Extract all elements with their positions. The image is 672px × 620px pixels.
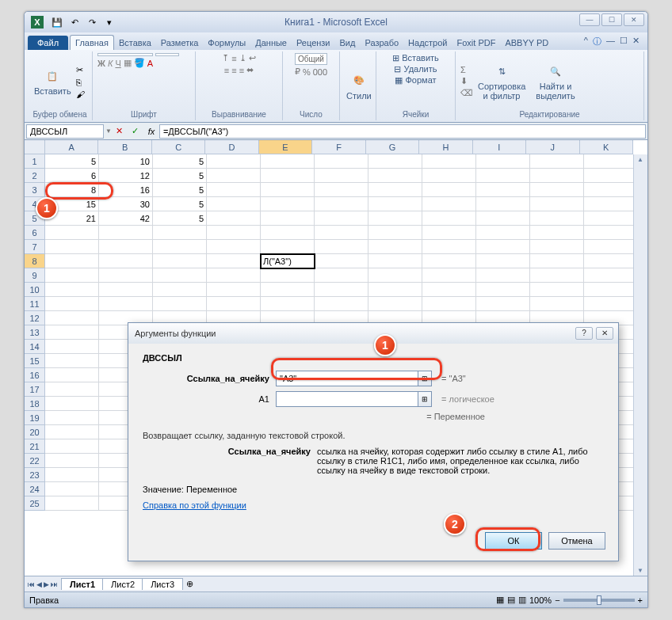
cell[interactable]: [368, 154, 422, 169]
cells-format[interactable]: ▦ Формат: [395, 75, 436, 86]
align-middle-icon[interactable]: ≡: [231, 54, 236, 63]
cell[interactable]: [368, 254, 422, 268]
font-color-icon[interactable]: A: [147, 59, 153, 68]
accept-formula-icon[interactable]: ✓: [128, 124, 143, 139]
cell[interactable]: [45, 268, 99, 283]
cell[interactable]: [476, 183, 530, 197]
cell[interactable]: [584, 240, 638, 254]
cell[interactable]: [45, 297, 99, 311]
cell[interactable]: [315, 268, 368, 283]
cell[interactable]: [530, 169, 584, 183]
cell[interactable]: [99, 240, 153, 254]
cell[interactable]: [207, 183, 261, 197]
cell[interactable]: [207, 169, 261, 183]
cell[interactable]: 12: [99, 169, 153, 183]
cell[interactable]: [261, 169, 315, 183]
cell[interactable]: [45, 340, 99, 354]
cell[interactable]: [45, 425, 99, 439]
cell[interactable]: [261, 197, 315, 211]
cell[interactable]: [476, 297, 530, 311]
maximize-button[interactable]: ☐: [601, 13, 622, 26]
cell[interactable]: [422, 154, 476, 169]
view-layout-icon[interactable]: ▤: [507, 595, 515, 605]
align-top-icon[interactable]: ⤒: [222, 53, 229, 63]
cell[interactable]: [422, 197, 476, 211]
cell[interactable]: [315, 240, 368, 254]
cell[interactable]: [207, 268, 261, 283]
sheet-nav-first-icon[interactable]: ⏮: [28, 580, 35, 588]
row-header[interactable]: 7: [25, 240, 45, 254]
cell[interactable]: [45, 496, 99, 511]
cell[interactable]: [584, 211, 638, 226]
row-header[interactable]: 23: [25, 468, 45, 482]
comma-icon[interactable]: 000: [313, 67, 327, 77]
cell[interactable]: [530, 283, 584, 297]
fill-icon[interactable]: ⬇: [460, 76, 473, 86]
cell[interactable]: [315, 226, 368, 240]
tab-view[interactable]: Вид: [335, 36, 361, 50]
cell[interactable]: [584, 197, 638, 211]
cell[interactable]: [153, 297, 207, 311]
row-header[interactable]: 9: [25, 268, 45, 283]
cell[interactable]: [45, 311, 99, 325]
cell[interactable]: 21: [45, 211, 99, 226]
row-header[interactable]: 22: [25, 454, 45, 468]
tab-review[interactable]: Рецензи: [292, 36, 335, 50]
cell[interactable]: [422, 183, 476, 197]
cell[interactable]: [368, 226, 422, 240]
file-tab[interactable]: Файл: [28, 36, 68, 50]
tab-insert[interactable]: Вставка: [114, 36, 156, 50]
cell[interactable]: [207, 283, 261, 297]
qat-dropdown-icon[interactable]: ▾: [102, 15, 116, 29]
cells-delete[interactable]: ⊟ Удалить: [394, 64, 437, 74]
cell[interactable]: [368, 183, 422, 197]
cell[interactable]: [45, 240, 99, 254]
bold-icon[interactable]: Ж: [97, 59, 105, 68]
align-left-icon[interactable]: ≡: [224, 66, 229, 75]
cell[interactable]: [207, 197, 261, 211]
cell[interactable]: [45, 382, 99, 397]
cell[interactable]: [261, 211, 315, 226]
percent-icon[interactable]: %: [303, 67, 311, 77]
format-painter-icon[interactable]: 🖌: [76, 89, 85, 99]
workbook-minimize-icon[interactable]: —: [606, 36, 615, 48]
cell[interactable]: 8: [45, 183, 99, 197]
cancel-formula-icon[interactable]: ✕: [112, 124, 128, 139]
arg1-input[interactable]: [276, 371, 418, 386]
row-header[interactable]: 21: [25, 439, 45, 454]
row-header[interactable]: 1: [25, 154, 45, 169]
cell[interactable]: [422, 240, 476, 254]
column-header[interactable]: E: [259, 140, 312, 154]
cell[interactable]: 16: [99, 183, 153, 197]
column-header[interactable]: B: [98, 140, 151, 154]
cell[interactable]: 10: [99, 154, 153, 169]
column-header[interactable]: G: [366, 140, 419, 154]
arg2-range-picker-icon[interactable]: ⊞: [418, 391, 432, 407]
cell[interactable]: [476, 268, 530, 283]
cell[interactable]: [315, 197, 368, 211]
cell[interactable]: [315, 183, 368, 197]
cell[interactable]: [530, 254, 584, 268]
cell[interactable]: [207, 297, 261, 311]
tab-home[interactable]: Главная: [70, 35, 114, 50]
ribbon-minimize-icon[interactable]: ^: [584, 36, 588, 48]
cell[interactable]: [261, 240, 315, 254]
size-combo[interactable]: [155, 53, 179, 56]
cell[interactable]: 5: [153, 211, 207, 226]
sheet-tab-2[interactable]: Лист2: [102, 578, 143, 590]
sort-filter-button[interactable]: ⇅Сортировка и фильтр: [476, 61, 527, 102]
cell[interactable]: [153, 240, 207, 254]
cell[interactable]: [207, 226, 261, 240]
zoom-in-icon[interactable]: +: [638, 595, 643, 605]
row-header[interactable]: 8: [25, 254, 45, 268]
find-select-button[interactable]: 🔍Найти и выделить: [530, 61, 581, 102]
view-normal-icon[interactable]: ▦: [496, 595, 504, 605]
cell[interactable]: 5: [153, 197, 207, 211]
cell[interactable]: [530, 268, 584, 283]
cell[interactable]: [422, 297, 476, 311]
row-header[interactable]: 24: [25, 482, 45, 496]
cell[interactable]: [315, 283, 368, 297]
cell[interactable]: [207, 240, 261, 254]
tab-addins[interactable]: Надстрой: [403, 36, 452, 50]
row-header[interactable]: 18: [25, 397, 45, 411]
